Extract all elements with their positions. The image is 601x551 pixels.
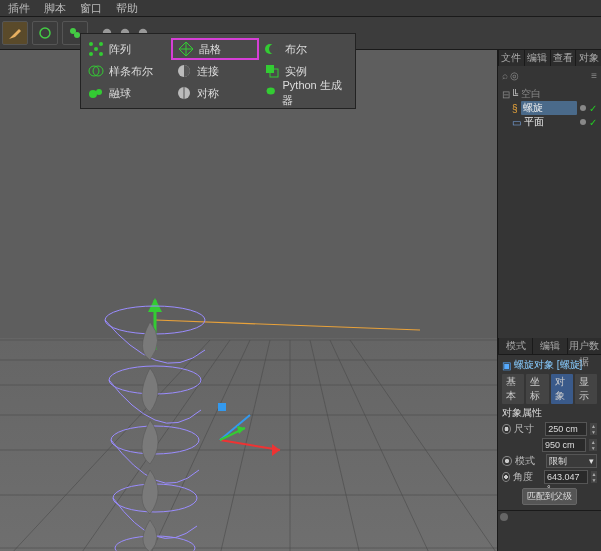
tree-root[interactable]: ⊟ ╚ 空白 <box>502 87 597 101</box>
svg-line-32 <box>330 340 430 551</box>
attribute-manager: ▣ 螺旋对象 [螺旋] 基本 坐标 对象 显示 对象属性 尺寸 250 cm ▲… <box>498 354 601 510</box>
popup-symmetry[interactable]: 对称 <box>171 82 259 104</box>
array-icon <box>87 40 105 58</box>
radio-icon[interactable] <box>502 456 512 466</box>
object-tree[interactable]: ⊟ ╚ 空白 § 螺旋 ✓ ▭ 平面 ✓ <box>498 84 601 132</box>
enable-check-icon[interactable]: ✓ <box>589 117 597 128</box>
svg-line-29 <box>220 340 270 551</box>
vis-dot-icon[interactable] <box>580 119 586 125</box>
size-x-input[interactable]: 250 cm <box>545 422 587 436</box>
plane-icon: ▭ <box>512 117 521 128</box>
tab-edit[interactable]: 编辑 <box>524 50 550 66</box>
menu-plugins[interactable]: 插件 <box>8 1 30 16</box>
connect-icon <box>175 62 193 80</box>
popup-lattice[interactable]: 晶格 <box>171 38 259 60</box>
tab-userdata[interactable]: 用户数据 <box>567 338 601 354</box>
svg-marker-47 <box>148 298 162 312</box>
bool-icon <box>263 40 281 58</box>
material-slot-area[interactable] <box>498 510 601 551</box>
generator-popup: 阵列 晶格 布尔 样条布尔 连接 实例 融球 对称 Python 生成器 <box>80 33 356 109</box>
search-icon[interactable]: ⌕ <box>502 70 508 81</box>
svg-line-40 <box>220 440 280 450</box>
attr-row-angle: 角度 643.047 ° ▲▼ <box>502 470 597 484</box>
splinebool-icon <box>87 62 105 80</box>
svg-point-8 <box>89 52 93 56</box>
attr-row-size: 尺寸 250 cm ▲▼ <box>502 422 597 436</box>
enable-check-icon[interactable]: ✓ <box>589 103 597 114</box>
attr-row-mode: 模式 限制▾ <box>502 454 597 468</box>
axis-y2-icon <box>220 426 245 440</box>
popup-metaball[interactable]: 融球 <box>83 82 171 104</box>
filter-icon[interactable]: ≡ <box>591 70 597 81</box>
viewport-scene <box>0 50 497 551</box>
menu-help[interactable]: 帮助 <box>116 1 138 16</box>
helix-icon: § <box>512 103 518 114</box>
tab-view[interactable]: 查看 <box>550 50 576 66</box>
material-dot-icon <box>500 513 508 521</box>
symmetry-icon <box>175 84 193 102</box>
mode-select[interactable]: 限制▾ <box>546 454 597 468</box>
svg-point-10 <box>94 47 98 51</box>
svg-rect-43 <box>218 403 226 411</box>
popup-bool[interactable]: 布尔 <box>259 38 347 60</box>
top-menubar: 插件 脚本 窗口 帮助 <box>0 0 601 17</box>
size-y-input[interactable]: 950 cm <box>542 438 586 452</box>
svg-line-31 <box>310 340 360 551</box>
axis-x-icon <box>220 440 280 456</box>
eye-icon[interactable]: ◎ <box>510 70 519 81</box>
attr-sub-tabs: 基本 坐标 对象 显示 <box>502 374 597 404</box>
svg-point-22 <box>96 89 102 95</box>
attr-tab-object[interactable]: 对象 <box>551 374 573 404</box>
attr-tabs-top: 模式 编辑 用户数据 <box>498 338 601 354</box>
svg-point-21 <box>89 90 97 98</box>
popup-splinebool[interactable]: 样条布尔 <box>83 60 171 82</box>
menu-window[interactable]: 窗口 <box>80 1 102 16</box>
attr-title: ▣ 螺旋对象 [螺旋] <box>502 358 597 372</box>
right-panel: 文件 编辑 查看 对象 ⌕ ◎ ≡ ⊟ ╚ 空白 § 螺旋 ✓ ▭ <box>497 50 601 551</box>
tab-object[interactable]: 对象 <box>575 50 601 66</box>
svg-line-26 <box>10 340 210 551</box>
svg-marker-45 <box>237 426 245 434</box>
3d-viewport[interactable] <box>0 50 497 551</box>
attr-section-label: 对象属性 <box>502 406 597 420</box>
metaball-icon <box>87 84 105 102</box>
instance-icon <box>263 62 281 80</box>
angle-input[interactable]: 643.047 ° <box>544 470 588 484</box>
svg-marker-41 <box>272 444 280 456</box>
menu-scripts[interactable]: 脚本 <box>44 1 66 16</box>
object-manager-mini-toolbar: ⌕ ◎ ≡ <box>498 66 601 84</box>
popup-array[interactable]: 阵列 <box>83 38 171 60</box>
tool-primitive-icon[interactable] <box>32 21 58 45</box>
svg-point-15 <box>269 44 279 54</box>
python-icon <box>263 84 278 102</box>
object-manager-tabs: 文件 编辑 查看 对象 <box>498 50 601 66</box>
size-x-spinner[interactable]: ▲▼ <box>590 423 597 435</box>
size-y-spinner[interactable]: ▲▼ <box>589 439 597 451</box>
axis-z-icon <box>218 403 250 440</box>
tree-item-plane[interactable]: ▭ 平面 ✓ <box>502 115 597 129</box>
svg-point-0 <box>40 28 50 38</box>
collapse-icon[interactable]: ⊟ <box>502 89 508 100</box>
popup-connect[interactable]: 连接 <box>171 60 259 82</box>
popup-python[interactable]: Python 生成器 <box>259 82 347 104</box>
radio-icon[interactable] <box>502 424 511 434</box>
tool-pen-icon[interactable] <box>2 21 28 45</box>
attr-tab-display[interactable]: 显示 <box>575 374 597 404</box>
angle-spinner[interactable]: ▲▼ <box>591 471 597 483</box>
attr-tab-basic[interactable]: 基本 <box>502 374 524 404</box>
tab-mode[interactable]: 模式 <box>498 338 532 354</box>
svg-line-33 <box>350 340 497 551</box>
radio-icon[interactable] <box>502 472 510 482</box>
attr-row-button: 匹配到父级 <box>502 488 597 505</box>
chevron-down-icon: ▾ <box>589 455 594 467</box>
fit-parent-button[interactable]: 匹配到父级 <box>522 488 577 505</box>
tree-item-helix[interactable]: § 螺旋 ✓ <box>502 101 597 115</box>
cube-icon: ▣ <box>502 360 511 371</box>
tab-edit2[interactable]: 编辑 <box>532 338 566 354</box>
tab-file[interactable]: 文件 <box>498 50 524 66</box>
null-icon: ╚ <box>511 89 518 100</box>
svg-line-42 <box>220 415 250 440</box>
svg-line-28 <box>150 340 250 551</box>
attr-tab-coord[interactable]: 坐标 <box>526 374 548 404</box>
vis-dot-icon[interactable] <box>580 105 586 111</box>
